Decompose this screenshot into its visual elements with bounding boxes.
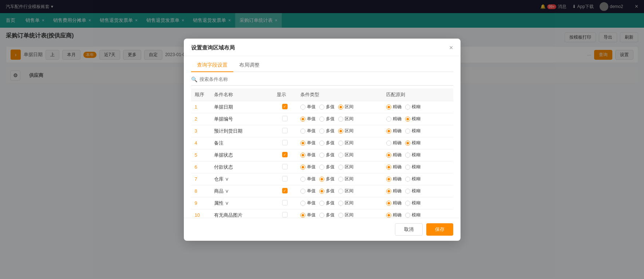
search-box: 🔍	[191, 76, 453, 86]
search-icon: 🔍	[191, 76, 197, 82]
dialog-close-button[interactable]: ×	[449, 44, 453, 51]
dialog-tabs: 查询字段设置 布局调整	[191, 56, 453, 72]
dialog-title: 设置查询区域布局	[191, 44, 235, 51]
dialog-body: 查询字段设置 布局调整 🔍 顺序 条件名称 显示 条件类型	[184, 56, 461, 89]
tab-label: 查询字段设置	[197, 62, 228, 68]
tab-query-settings[interactable]: 查询字段设置	[191, 59, 233, 72]
search-input[interactable]	[199, 76, 453, 82]
dialog-header: 设置查询区域布局 ×	[184, 39, 461, 56]
dialog-overlay: 设置查询区域布局 × 查询字段设置 布局调整 🔍	[0, 0, 644, 88]
settings-dialog: 设置查询区域布局 × 查询字段设置 布局调整 🔍	[184, 39, 461, 89]
tab-layout-adjust[interactable]: 布局调整	[233, 59, 265, 72]
tab-label: 布局调整	[239, 62, 260, 68]
